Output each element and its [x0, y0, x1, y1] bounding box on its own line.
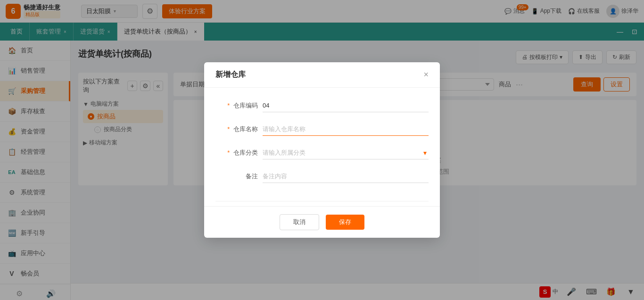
note-label: 备注 — [215, 172, 258, 181]
code-field — [263, 99, 429, 112]
category-label: * 仓库分类 — [215, 149, 258, 157]
modal-overlay: 新增仓库 × * 仓库编码 * 仓库名称 — [0, 0, 644, 300]
warehouse-name-input[interactable] — [263, 123, 429, 136]
modal-divider — [215, 201, 429, 201]
category-field: 请输入所属分类 ▾ — [263, 146, 429, 159]
name-field — [263, 123, 429, 136]
category-select[interactable]: 请输入所属分类 — [263, 146, 429, 159]
required-star-category: * — [227, 149, 230, 156]
warehouse-note-input[interactable] — [263, 170, 429, 183]
modal-footer: 取消 保存 — [204, 206, 440, 238]
modal-body: * 仓库编码 * 仓库名称 * — [204, 88, 440, 201]
add-warehouse-modal: 新增仓库 × * 仓库编码 * 仓库名称 — [204, 62, 440, 238]
name-label: * 仓库名称 — [215, 125, 258, 133]
form-row-code: * 仓库编码 — [215, 99, 429, 112]
required-star-name: * — [227, 125, 230, 133]
code-label: * 仓库编码 — [215, 101, 258, 110]
modal-header: 新增仓库 × — [204, 62, 440, 88]
note-field — [263, 170, 429, 183]
form-row-name: * 仓库名称 — [215, 123, 429, 136]
modal-close-button[interactable]: × — [423, 70, 429, 80]
modal-title: 新增仓库 — [215, 70, 246, 80]
warehouse-code-input[interactable] — [263, 99, 429, 112]
cancel-button[interactable]: 取消 — [280, 214, 319, 230]
category-select-wrap: 请输入所属分类 ▾ — [263, 146, 429, 159]
form-row-category: * 仓库分类 请输入所属分类 ▾ — [215, 146, 429, 159]
form-row-note: 备注 — [215, 170, 429, 183]
required-star-code: * — [227, 102, 230, 109]
save-button[interactable]: 保存 — [326, 215, 364, 230]
